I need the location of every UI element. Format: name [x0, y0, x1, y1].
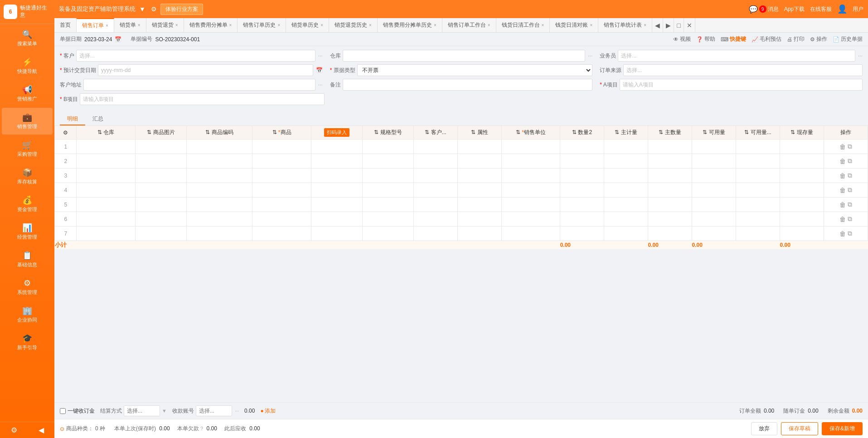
sidebar-item-inventory[interactable]: 📦库存核算 [2, 163, 53, 190]
tab-close-sales-summary[interactable]: × [644, 23, 646, 28]
tab-sales-summary[interactable]: 销售订单统计表× [598, 18, 652, 33]
due-help-icon[interactable]: ? [200, 426, 203, 431]
cell-sales-unit-6[interactable] [501, 212, 560, 226]
order-source-input[interactable] [623, 64, 863, 76]
cell-warehouse-1[interactable] [77, 140, 135, 154]
col-header-product-img[interactable]: ⇅ 商品图片 [135, 126, 186, 140]
col-header-warehouse[interactable]: ⇅ 仓库 [77, 126, 135, 140]
cell-available2-1[interactable] [736, 140, 780, 154]
cell-sales-unit-7[interactable] [501, 226, 560, 241]
account-input[interactable] [196, 405, 232, 416]
sidebar-item-quick-nav[interactable]: ⚡快捷导航 [2, 53, 53, 79]
cell-quantity2-1[interactable] [560, 140, 604, 154]
settings-bottom-icon[interactable]: ⚙ [11, 426, 17, 434]
tab-close-sales-order[interactable]: × [106, 23, 108, 28]
sidebar-item-newbie[interactable]: 🎓新手引导 [2, 329, 53, 356]
cell-customer-code-7[interactable] [413, 226, 457, 241]
tab-sales-order[interactable]: 销售订单× [77, 18, 114, 33]
scan-btn[interactable]: 扫码录入 [324, 128, 349, 137]
cell-product-img-2[interactable] [135, 154, 186, 168]
cell-main-unit-2[interactable] [604, 154, 648, 168]
cell-current-stock-7[interactable] [780, 226, 824, 241]
cell-warehouse-6[interactable] [77, 212, 135, 226]
cell-product-7[interactable] [252, 226, 311, 241]
col-header-settings[interactable]: ⚙ [55, 126, 77, 140]
cell-product-2[interactable] [252, 154, 311, 168]
cell-available-3[interactable] [692, 168, 736, 183]
cell-quantity2-2[interactable] [560, 154, 604, 168]
cell-available2-6[interactable] [736, 212, 780, 226]
tab-close-sales-refund-history[interactable]: × [369, 23, 372, 28]
tab-nav-2[interactable]: □ [674, 18, 684, 33]
sidebar-item-enterprise[interactable]: 🏢企业协同 [2, 301, 53, 328]
save-new-btn[interactable]: 保存&新增 [822, 422, 863, 435]
detail-tab-summary[interactable]: 汇总 [85, 113, 111, 125]
toolbar-item-help[interactable]: ❓帮助 [696, 35, 715, 43]
tab-close-daily-clear-workbench[interactable]: × [542, 23, 544, 28]
delivery-calendar-icon[interactable]: 📅 [316, 67, 323, 73]
cell-current-stock-1[interactable] [780, 140, 824, 154]
copy-row-4[interactable]: ⧉ [848, 186, 852, 194]
cell-quantity2-4[interactable] [560, 183, 604, 197]
col-header-customer-code[interactable]: ⇅ 客户... [413, 126, 457, 140]
delete-row-4[interactable]: 🗑 [839, 187, 846, 194]
addr-more-icon[interactable]: ··· [318, 82, 323, 88]
tab-sales-fee-split[interactable]: 销售费用分摊单× [184, 18, 238, 33]
cell-main-unit-5[interactable] [604, 197, 648, 212]
tab-nav-0[interactable]: ◀ [652, 18, 663, 33]
tab-close-sales-return-history[interactable]: × [320, 23, 323, 28]
cell-scan-input-2[interactable] [311, 154, 362, 168]
cell-product-6[interactable] [252, 212, 311, 226]
cell-spec-type-5[interactable] [362, 197, 413, 212]
toolbar-item-print[interactable]: 🖨打印 [787, 35, 805, 43]
note-input[interactable] [343, 79, 593, 91]
system-settings-icon[interactable]: ⚙ [151, 5, 157, 13]
cell-sales-unit-4[interactable] [501, 183, 560, 197]
app-download-btn[interactable]: App下载 [784, 5, 805, 13]
cell-customer-code-6[interactable] [413, 212, 457, 226]
customer-addr-input[interactable] [83, 79, 315, 91]
collapse-icon[interactable]: ◀ [39, 426, 44, 434]
tab-sales-refund-history[interactable]: 销货退货历史× [329, 18, 378, 33]
delete-row-6[interactable]: 🗑 [839, 216, 846, 223]
one-click-deposit-checkbox[interactable]: 一键收订金 [60, 407, 95, 415]
cell-spec-type-1[interactable] [362, 140, 413, 154]
cell-available-7[interactable] [692, 226, 736, 241]
cell-product-4[interactable] [252, 183, 311, 197]
cell-product-img-3[interactable] [135, 168, 186, 183]
tab-close-sales-fee-history[interactable]: × [434, 23, 436, 28]
tab-close-sales-workbench[interactable]: × [488, 23, 490, 28]
cell-available2-7[interactable] [736, 226, 780, 241]
cell-scan-input-5[interactable] [311, 197, 362, 212]
cell-warehouse-5[interactable] [77, 197, 135, 212]
cell-current-stock-2[interactable] [780, 154, 824, 168]
cell-customer-code-5[interactable] [413, 197, 457, 212]
toolbar-item-shortcuts[interactable]: ⌨快捷键 [721, 35, 746, 43]
copy-row-3[interactable]: ⧉ [848, 172, 852, 179]
staff-input[interactable] [618, 50, 855, 62]
tab-close-sales-refund[interactable]: × [175, 23, 178, 28]
cell-scan-input-4[interactable] [311, 183, 362, 197]
sidebar-item-search-menu[interactable]: 🔍搜索菜单 [2, 25, 53, 52]
table-wrap[interactable]: ⚙⇅ 仓库⇅ 商品图片⇅ 商品编码⇅ *商品扫码录入⇅ 规格型号⇅ 客户...⇅… [54, 125, 868, 402]
cell-sales-unit-3[interactable] [501, 168, 560, 183]
cell-main-qty-6[interactable] [648, 212, 692, 226]
cell-sales-unit-2[interactable] [501, 154, 560, 168]
industry-solution-btn[interactable]: 体验行业方案 [160, 4, 203, 15]
cell-main-qty-2[interactable] [648, 154, 692, 168]
user-name[interactable]: 用户 [853, 5, 863, 13]
detail-tab-detail[interactable]: 明细 [60, 113, 85, 125]
tab-sales-return[interactable]: 销货单× [114, 18, 146, 33]
col-header-main-qty[interactable]: ⇅ 主数量 [648, 126, 692, 140]
cell-customer-code-3[interactable] [413, 168, 457, 183]
cell-available2-5[interactable] [736, 197, 780, 212]
cell-sales-unit-1[interactable] [501, 140, 560, 154]
cell-attributes-7[interactable] [457, 226, 501, 241]
cell-attributes-4[interactable] [457, 183, 501, 197]
toolbar-item-operations[interactable]: ⚙操作 [810, 35, 827, 43]
cell-available2-2[interactable] [736, 154, 780, 168]
tab-close-daily-reconcile[interactable]: × [590, 23, 592, 28]
copy-row-2[interactable]: ⧉ [848, 157, 852, 165]
cell-attributes-3[interactable] [457, 168, 501, 183]
copy-row-7[interactable]: ⧉ [848, 230, 852, 237]
